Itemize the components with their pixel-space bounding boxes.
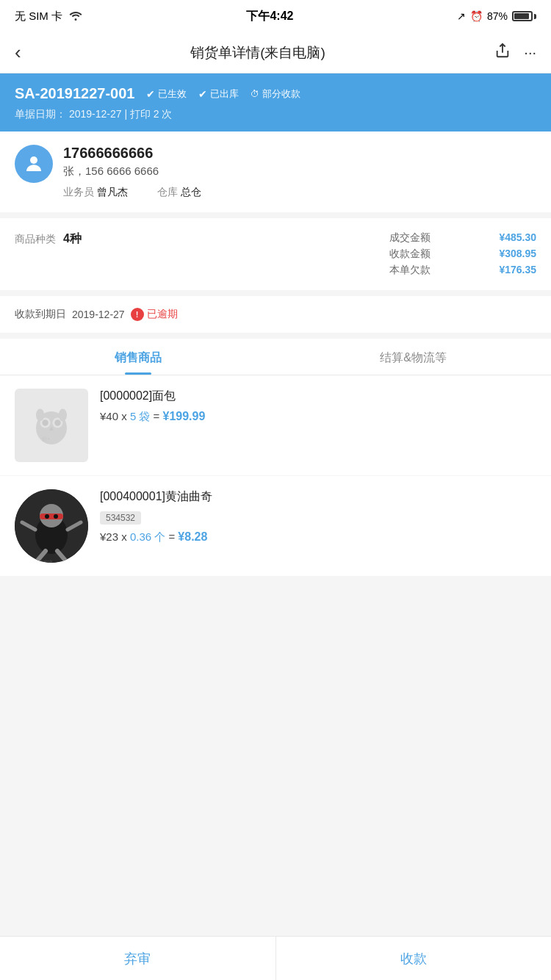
svg-point-7: [36, 409, 44, 422]
customer-info: 17666666666 张，156 6666 6666 业务员 曾凡杰 仓库 总…: [63, 145, 536, 199]
nav-actions: ···: [494, 43, 536, 62]
svg-point-15: [54, 514, 58, 519]
product-name: [0000002]面包: [100, 389, 536, 404]
overdue-icon: !: [131, 308, 144, 321]
svg-point-8: [59, 409, 67, 422]
more-icon[interactable]: ···: [524, 44, 536, 61]
badge-shipped: ✔ 已出库: [198, 87, 239, 101]
tab-products[interactable]: 销售商品: [0, 339, 276, 375]
product-info: [0000002]面包 ¥40 x 5 袋 = ¥199.99: [100, 389, 536, 424]
nav-bar: ‹ 销货单详情(来自电脑) ···: [0, 32, 551, 73]
due-date-label: 收款到期日: [15, 308, 66, 321]
bottom-bar: 弃审 收款: [0, 936, 551, 980]
sales-info: 业务员 曾凡杰: [63, 186, 128, 199]
order-id: SA-20191227-001: [15, 85, 134, 102]
svg-text:鲜+: 鲜+: [42, 436, 50, 442]
battery-label: 87%: [487, 10, 508, 22]
share-icon[interactable]: [494, 43, 511, 62]
tabs: 销售商品 结算&物流等: [0, 339, 551, 375]
badge-active: ✔ 已生效: [146, 87, 187, 101]
customer-meta: 业务员 曾凡杰 仓库 总仓: [63, 186, 536, 199]
svg-point-14: [45, 514, 49, 519]
products-section: 鲜+ [0000002]面包 ¥40 x 5 袋 = ¥199.99: [0, 375, 551, 576]
overdue-badge: ! 已逾期: [131, 308, 178, 321]
status-right: ↗ ⏰ 87%: [457, 10, 536, 22]
badge-partial-payment: ⏱ 部分收款: [251, 87, 300, 101]
overdue-text: 已逾期: [147, 308, 178, 321]
status-bar: 无 SIM 卡 下午4:42 ↗ ⏰ 87%: [0, 0, 551, 32]
cancel-button[interactable]: 弃审: [0, 937, 276, 980]
page-title: 销货单详情(来自电脑): [190, 43, 325, 62]
summary-section: 商品种类 4种 成交金额 ¥485.30 收款金额 ¥308.95 本单欠款 ¥…: [0, 218, 551, 296]
product-kind: 商品种类 4种: [15, 231, 82, 247]
status-time: 下午4:42: [246, 9, 293, 24]
product-price: ¥23 x 0.36 个 = ¥8.28: [100, 530, 536, 544]
warehouse-info: 仓库 总仓: [157, 186, 201, 199]
order-date: 单据日期： 2019-12-27 | 打印 2 次: [15, 108, 536, 121]
confirm-button[interactable]: 收款: [276, 937, 552, 980]
tab-settlement[interactable]: 结算&物流等: [276, 339, 551, 375]
product-batch: 534532: [100, 511, 141, 525]
svg-text:powered whale: powered whale: [28, 559, 53, 563]
order-banner: SA-20191227-001 ✔ 已生效 ✔ 已出库 ⏱ 部分收款 单据日期：…: [0, 73, 551, 131]
no-sim-label: 无 SIM 卡: [15, 10, 62, 24]
due-date-section: 收款到期日 2019-12-27 ! 已逾期: [0, 296, 551, 339]
back-button[interactable]: ‹: [15, 41, 21, 64]
owed-amount-row: 本单欠款 ¥176.35: [389, 264, 536, 277]
status-left: 无 SIM 卡: [15, 10, 83, 24]
svg-point-5: [54, 419, 60, 425]
wifi-icon: [68, 10, 83, 23]
product-card: powered whale [000400001]黄油曲奇 534532 ¥23…: [0, 476, 551, 576]
alarm-icon: ⏰: [470, 10, 483, 22]
battery-indicator: [512, 11, 536, 21]
svg-point-0: [30, 156, 37, 164]
deal-amount-row: 成交金额 ¥485.30: [389, 231, 536, 245]
svg-point-4: [42, 419, 48, 425]
product-thumbnail: 鲜+: [15, 389, 88, 462]
avatar: [15, 145, 53, 183]
due-date-value: 2019-12-27: [72, 309, 125, 320]
customer-section: 17666666666 张，156 6666 6666 业务员 曾凡杰 仓库 总…: [0, 131, 551, 218]
svg-rect-13: [40, 514, 63, 519]
customer-name-phone: 张，156 6666 6666: [63, 165, 536, 179]
product-price: ¥40 x 5 袋 = ¥199.99: [100, 410, 536, 424]
customer-phone-display: 17666666666: [63, 145, 536, 162]
product-name: [000400001]黄油曲奇: [100, 489, 536, 505]
location-icon: ↗: [457, 10, 466, 22]
product-thumbnail-circle: powered whale: [15, 489, 88, 563]
amount-summary: 成交金额 ¥485.30 收款金额 ¥308.95 本单欠款 ¥176.35: [389, 231, 536, 277]
product-card: 鲜+ [0000002]面包 ¥40 x 5 袋 = ¥199.99: [0, 375, 551, 475]
product-info: [000400001]黄油曲奇 534532 ¥23 x 0.36 个 = ¥8…: [100, 489, 536, 544]
received-amount-row: 收款金额 ¥308.95: [389, 248, 536, 261]
